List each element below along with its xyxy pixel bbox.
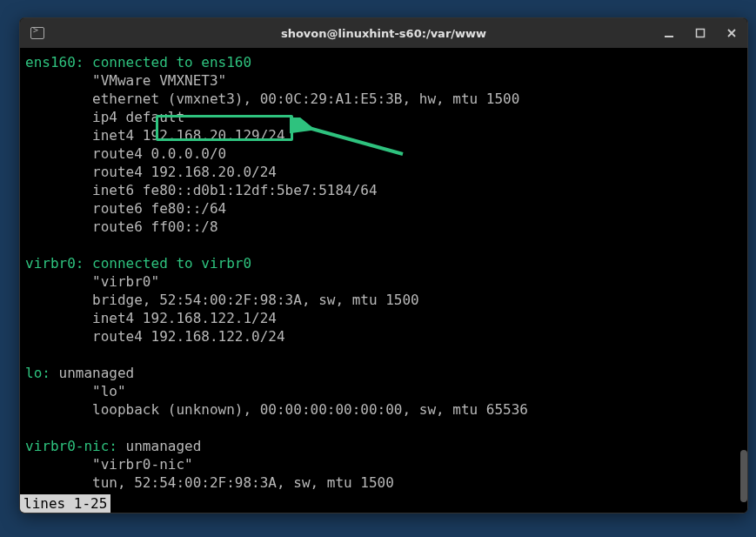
blank-line [25,419,747,437]
output-line: inet6 fe80::d0b1:12df:5be7:5184/64 [25,181,747,199]
output-line: "lo" [25,382,747,400]
terminal-icon [30,27,44,39]
output-line: inet4 192.168.20.129/24 [25,126,747,144]
terminal-output[interactable]: ens160: connected to ens160 "VMware VMXN… [20,48,747,513]
interface-name: virbr0-nic: [25,438,117,454]
interface-header: ens160: connected to ens160 [25,53,747,71]
blank-line [25,346,747,364]
output-line: inet4 192.168.122.1/24 [25,309,747,327]
interface-header: lo: unmanaged [25,364,747,382]
output-line: "virbr0-nic" [25,455,747,473]
interface-status: connected to virbr0 [84,255,251,272]
minimize-button[interactable] [653,18,685,48]
output-line: "virbr0" [25,272,747,291]
output-line: route4 192.168.122.0/24 [25,327,747,346]
output-line: tun, 52:54:00:2F:98:3A, sw, mtu 1500 [25,473,747,492]
output-line: loopback (unknown), 00:00:00:00:00:00, s… [25,400,747,419]
window-controls [653,18,747,48]
output-line: route4 0.0.0.0/0 [25,144,747,163]
svg-rect-0 [665,36,673,37]
titlebar: shovon@linuxhint-s60:/var/www [20,18,747,48]
interface-header: virbr0-nic: unmanaged [25,437,747,455]
output-line: "VMware VMXNET3" [25,71,747,90]
scrollbar-thumb[interactable] [740,450,747,502]
interface-name: lo: [25,365,50,381]
interface-status: unmanaged [117,438,201,454]
maximize-button[interactable] [685,18,716,48]
close-button[interactable] [716,18,747,48]
blank-line [25,236,747,254]
interface-header: virbr0: connected to virbr0 [25,254,747,272]
interface-status: unmanaged [50,365,134,381]
svg-rect-1 [697,30,705,37]
output-line: route6 ff00::/8 [25,218,747,236]
output-line: ip4 default [25,108,747,126]
interface-name: virbr0: [25,255,84,272]
scrollbar[interactable] [740,50,747,511]
interface-status: connected to ens160 [84,54,251,70]
output-line: route6 fe80::/64 [25,199,747,218]
window-title: shovon@linuxhint-s60:/var/www [20,27,747,40]
terminal-window: shovon@linuxhint-s60:/var/www ens160: co… [19,17,748,514]
interface-name: ens160: [25,54,84,70]
titlebar-app-icon [20,27,55,39]
pager-status: lines 1-25 [20,494,110,513]
output-line: route4 192.168.20.0/24 [25,163,747,181]
output-line: bridge, 52:54:00:2F:98:3A, sw, mtu 1500 [25,291,747,309]
output-line: ethernet (vmxnet3), 00:0C:29:A1:E5:3B, h… [25,90,747,108]
